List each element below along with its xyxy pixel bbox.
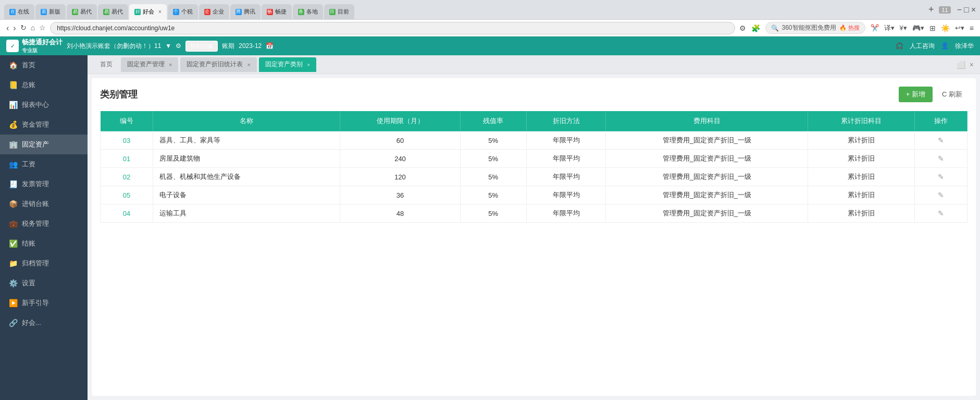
sidebar-item-settle[interactable]: ✅结账: [0, 234, 88, 253]
browser-tab-tab7[interactable]: 企企业: [199, 4, 229, 20]
window-controls: − □ ×: [957, 5, 976, 15]
sidebar-icon-settle: ✅: [8, 239, 18, 248]
tab-bar: 首页固定资产管理×固定资产折旧统计表×固定资产类别×⬜×: [88, 55, 980, 74]
tab-close-depreciation[interactable]: ×: [247, 62, 250, 68]
edit-icon-3[interactable]: ✎: [938, 191, 944, 199]
sidebar-icon-invoice: 🧾: [8, 179, 18, 189]
sidebar-item-guide[interactable]: ▶️新手引导: [0, 293, 88, 313]
maximize-btn[interactable]: □: [964, 5, 969, 15]
cell-expense-1: 管理费用_固定资产折旧_一级: [606, 150, 808, 168]
settings-gear-icon[interactable]: ⚙: [176, 42, 181, 50]
wallet-icon[interactable]: ¥▾: [900, 24, 907, 32]
translate-icon[interactable]: 译▾: [884, 23, 895, 33]
cell-period-1: 240: [340, 150, 460, 168]
sidebar-item-archive[interactable]: 📁归档管理: [0, 253, 88, 273]
sidebar-item-reports[interactable]: 📊报表中心: [0, 95, 88, 115]
page-header: 类别管理 + 新增 C 刷新: [100, 87, 967, 102]
cell-name-2: 机器、机械和其他生产设备: [153, 168, 340, 186]
page-tab-asset-mgmt[interactable]: 固定资产管理×: [121, 57, 178, 72]
bookmark-btn[interactable]: ☆: [39, 23, 46, 33]
user-avatar-icon: 👤: [941, 42, 949, 50]
switch-version-btn[interactable]: 切到旧版: [185, 41, 218, 52]
reload-btn[interactable]: ↻: [20, 23, 27, 33]
sidebar-item-inventory[interactable]: 📦进销台账: [0, 194, 88, 214]
home-btn[interactable]: ⌂: [31, 23, 35, 33]
cell-period-4: 48: [340, 204, 460, 223]
brightness-icon[interactable]: ☀️: [941, 24, 950, 32]
sidebar-item-more[interactable]: 🔗好会...: [0, 313, 88, 333]
cell-code-4[interactable]: 04: [101, 204, 153, 223]
browser-tab-tab1[interactable]: 在在线: [4, 4, 34, 20]
sidebar-label-more: 好会...: [22, 318, 41, 328]
cell-name-1: 房屋及建筑物: [153, 150, 340, 168]
browser-tab-tab2[interactable]: 新新版: [35, 4, 66, 20]
game-icon[interactable]: 🎮▾: [912, 24, 924, 32]
table-row: 05 电子设备 36 5% 年限平均 管理费用_固定资产折旧_一级 累计折旧 ✎: [101, 186, 967, 204]
sidebar-icon-funds: 💰: [8, 120, 18, 129]
extensions-btn[interactable]: 🧩: [751, 24, 760, 32]
close-btn[interactable]: ×: [971, 5, 976, 15]
browser-tab-tab4[interactable]: 易易代: [98, 4, 128, 20]
col-费用科目: 费用科目: [606, 111, 808, 131]
table-row: 04 运输工具 48 5% 年限平均 管理费用_固定资产折旧_一级 累计折旧 ✎: [101, 204, 967, 223]
cell-expense-2: 管理费用_固定资产折旧_一级: [606, 168, 808, 186]
cell-method-2: 年限平均: [526, 168, 606, 186]
refresh-btn[interactable]: C 刷新: [937, 87, 967, 102]
cell-code-3[interactable]: 05: [101, 186, 153, 204]
add-btn[interactable]: + 新增: [899, 87, 933, 102]
browser-tab-tab6[interactable]: 个个税: [168, 4, 198, 20]
sidebar-item-settings[interactable]: ⚙️设置: [0, 273, 88, 293]
tab-expand-icon[interactable]: ⬜: [957, 60, 965, 69]
new-tab-btn[interactable]: +: [925, 4, 937, 15]
browser-tab-tab9[interactable]: 畅畅捷: [262, 4, 292, 20]
cell-expense-3: 管理费用_固定资产折旧_一级: [606, 186, 808, 204]
edit-icon-2[interactable]: ✎: [938, 173, 944, 181]
cell-residual-4: 5%: [460, 204, 526, 223]
edit-icon-1[interactable]: ✎: [938, 154, 944, 163]
edit-icon-4[interactable]: ✎: [938, 209, 944, 217]
back-btn[interactable]: ‹: [6, 23, 9, 33]
browser-tab-tab5[interactable]: 好好会×: [129, 4, 167, 20]
undo-btn[interactable]: ↩▾: [955, 24, 964, 32]
site-tools-btn[interactable]: ⚙: [739, 24, 746, 32]
dropdown-arrow[interactable]: ▼: [165, 42, 171, 50]
toolbar-icons: ⚙ 🧩 🔍 360智能抠图免费用 🔥 热搜 ✂️ 译▾ ¥▾ 🎮▾ ⊞ ☀️ ↩…: [739, 22, 974, 34]
page-tab-depreciation[interactable]: 固定资产折旧统计表×: [180, 57, 256, 72]
cut-icon[interactable]: ✂️: [871, 24, 879, 32]
menu-btn[interactable]: ≡: [970, 24, 974, 32]
grid-icon[interactable]: ⊞: [929, 24, 936, 32]
cell-accumulated-3: 累计折旧: [808, 186, 914, 204]
navigation-buttons: ‹ › ↻ ⌂ ☆: [6, 23, 46, 33]
cell-code-2[interactable]: 02: [101, 168, 153, 186]
sidebar-item-funds[interactable]: 💰资金管理: [0, 115, 88, 135]
sidebar-item-general[interactable]: 📒总账: [0, 75, 88, 95]
page-tab-category[interactable]: 固定资产类别×: [259, 57, 316, 72]
browser-tab-tab8[interactable]: 腾腾讯: [230, 4, 260, 20]
sidebar-icon-archive: 📁: [8, 259, 18, 268]
sidebar-item-payroll[interactable]: 👥工资: [0, 154, 88, 174]
cell-period-0: 60: [340, 131, 460, 150]
help-label[interactable]: 人工咨询: [910, 42, 935, 51]
browser-tab-tab10[interactable]: 各各地: [293, 4, 323, 20]
edit-icon-0[interactable]: ✎: [938, 136, 944, 144]
sidebar-item-invoice[interactable]: 🧾发票管理: [0, 174, 88, 194]
logo-text: 畅捷通好会计 专业版: [22, 38, 63, 54]
tab-close-asset-mgmt[interactable]: ×: [169, 62, 172, 68]
tab-close-category[interactable]: ×: [307, 62, 310, 68]
cell-code-0[interactable]: 03: [101, 131, 153, 150]
tab-close-all-icon[interactable]: ×: [970, 60, 974, 69]
sidebar-item-tax[interactable]: 💼税务管理: [0, 214, 88, 234]
browser-tab-tab3[interactable]: 易易代: [67, 4, 97, 20]
sidebar-item-home[interactable]: 🏠首页: [0, 55, 88, 75]
sidebar-item-assets[interactable]: 🏢固定资产: [0, 135, 88, 154]
minimize-btn[interactable]: −: [957, 5, 962, 15]
browser-tab-tab11[interactable]: 目目前: [324, 4, 354, 20]
cell-code-1[interactable]: 01: [101, 150, 153, 168]
address-input[interactable]: [50, 22, 735, 34]
logo-icon: ✓: [6, 40, 19, 52]
period-label: 账期: [222, 42, 234, 51]
calendar-icon[interactable]: 📅: [266, 42, 274, 50]
forward-btn[interactable]: ›: [13, 23, 16, 33]
sidebar-label-reports: 报表中心: [22, 100, 49, 110]
app-header-mid: 刘小艳演示账套（勿删勿动！）11 ▼ ⚙ 切到旧版 账期 2023-12 📅: [67, 41, 891, 52]
